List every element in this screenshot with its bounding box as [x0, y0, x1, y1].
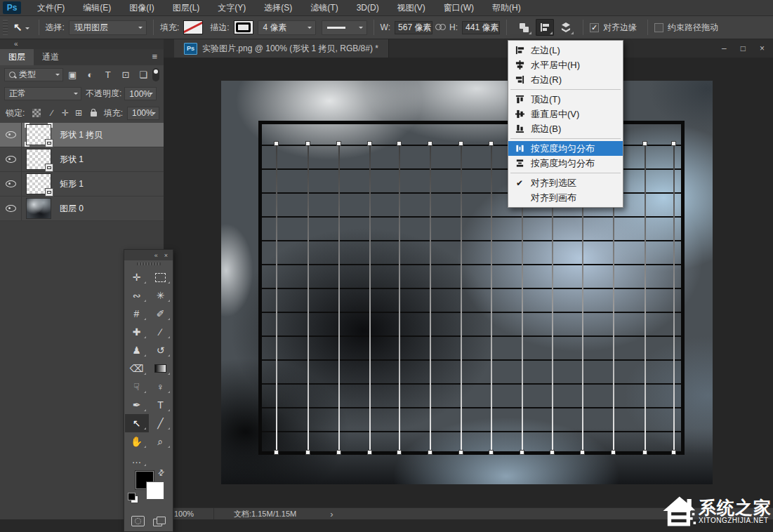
tab-channels[interactable]: 通道	[34, 49, 67, 65]
anchor-point[interactable]	[336, 450, 341, 455]
maximize-button[interactable]: □	[741, 44, 746, 53]
anchor-point[interactable]	[397, 141, 402, 146]
menu-item-3[interactable]: 图层(L)	[164, 0, 209, 15]
menu-item-1[interactable]: 编辑(E)	[74, 0, 120, 15]
anchor-point[interactable]	[428, 141, 432, 146]
anchor-point[interactable]	[274, 450, 279, 455]
close-panel-icon[interactable]: ×	[164, 252, 168, 259]
filter-adjustment-layers-icon[interactable]: ◐	[81, 69, 98, 80]
filter-pixel-layers-icon[interactable]: ▣	[64, 69, 81, 80]
anchor-point[interactable]	[458, 450, 463, 455]
move-tool[interactable]: ✛	[125, 268, 149, 286]
dodge-tool[interactable]: ♀	[149, 378, 173, 396]
anchor-point[interactable]	[642, 450, 647, 455]
close-button[interactable]: ×	[760, 44, 765, 53]
eraser-tool[interactable]: ⌫	[125, 359, 149, 378]
zoom-tool[interactable]: ⌕	[149, 432, 173, 451]
filter-type-layers-icon[interactable]: T	[100, 69, 117, 80]
anchor-point[interactable]	[671, 450, 676, 455]
eyedropper-tool[interactable]: ✐	[149, 305, 173, 323]
dropdown-item-1[interactable]: 水平居中(H)	[508, 58, 623, 72]
canvas-viewport[interactable]	[164, 58, 773, 508]
background-color-swatch[interactable]	[146, 481, 164, 500]
dropdown-item-12[interactable]: 对齐到画布	[508, 190, 623, 205]
filter-toggle[interactable]	[152, 68, 159, 81]
lock-transparency-icon[interactable]	[32, 109, 41, 117]
visibility-cell[interactable]	[0, 197, 22, 220]
anchor-point[interactable]	[367, 141, 372, 146]
smudge-tool[interactable]: ☟	[125, 378, 149, 396]
anchor-point[interactable]	[458, 141, 463, 146]
height-input[interactable]: 441 像素	[462, 21, 500, 34]
path-arrangement-button[interactable]	[557, 19, 575, 36]
lock-artboard-icon[interactable]: ⊞	[73, 108, 85, 118]
anchor-point[interactable]	[305, 141, 310, 146]
path-operations-button[interactable]	[515, 19, 533, 36]
menu-item-4[interactable]: 文字(Y)	[209, 0, 255, 15]
anchor-point[interactable]	[489, 450, 494, 455]
quick-mask-button[interactable]	[131, 516, 145, 526]
dropdown-item-0[interactable]: 左边(L)	[508, 43, 623, 58]
anchor-point[interactable]	[611, 450, 616, 455]
menu-item-8[interactable]: 视图(V)	[388, 0, 435, 15]
marquee-tool[interactable]	[149, 268, 173, 286]
healing-brush-tool[interactable]: ✚	[125, 323, 149, 341]
layer-row[interactable]: 图层 0	[0, 197, 164, 221]
width-input[interactable]: 567 像素	[395, 21, 432, 34]
collapse-panel-icon[interactable]: «	[154, 252, 158, 259]
anchor-point[interactable]	[489, 141, 494, 146]
fill-swatch[interactable]	[183, 20, 203, 34]
anchor-point[interactable]	[520, 450, 524, 455]
line-tool[interactable]: ╱	[149, 414, 173, 432]
lasso-tool[interactable]: ∾	[125, 286, 149, 305]
layer-row[interactable]: 形状 1	[0, 147, 164, 172]
anchor-point[interactable]	[642, 141, 647, 146]
menu-item-2[interactable]: 图像(I)	[120, 0, 163, 15]
dropdown-item-6[interactable]: 底边(B)	[508, 121, 623, 136]
menu-item-10[interactable]: 帮助(H)	[483, 0, 530, 15]
brush-tool[interactable]: ∕	[149, 323, 173, 341]
filter-shape-layers-icon[interactable]: ⊡	[117, 69, 134, 80]
options-grip[interactable]	[3, 20, 8, 35]
swap-colors-icon[interactable]: ⇄	[156, 467, 167, 479]
anchor-point[interactable]	[580, 450, 585, 455]
anchor-point[interactable]	[428, 450, 432, 455]
screen-mode-button[interactable]	[153, 517, 166, 526]
status-chevron-icon[interactable]: ›	[330, 509, 333, 519]
pen-tool[interactable]: ✒	[125, 396, 149, 414]
filter-type-dropdown[interactable]: 类型	[4, 68, 63, 81]
panel-grip[interactable]	[124, 260, 173, 267]
menu-item-7[interactable]: 3D(D)	[348, 0, 388, 15]
panel-menu-icon[interactable]: ≡	[152, 51, 157, 62]
gradient-tool[interactable]	[149, 359, 173, 378]
anchor-point[interactable]	[671, 141, 676, 146]
layer-row[interactable]: 矩形 1	[0, 172, 164, 197]
visibility-cell[interactable]	[0, 172, 22, 196]
document-tab[interactable]: Ps 实验图片.png @ 100% (形状 1 拷贝, RGB/8#) *	[174, 39, 389, 58]
clone-stamp-tool[interactable]: ♟	[125, 341, 149, 359]
anchor-point[interactable]	[336, 141, 341, 146]
visibility-cell[interactable]	[0, 123, 22, 147]
opacity-dropdown[interactable]: 100%	[124, 87, 157, 100]
canvas-image[interactable]	[221, 81, 713, 484]
edit-toolbar[interactable]: …	[125, 451, 149, 469]
hand-tool[interactable]: ✋	[125, 432, 149, 451]
dropdown-item-9[interactable]: 按高度均匀分布	[508, 156, 623, 171]
align-edges-checkbox[interactable]	[590, 23, 599, 32]
lock-pixels-icon[interactable]: ∕	[46, 108, 58, 118]
path-selection-tool[interactable]: ↖	[125, 414, 149, 432]
select-mode-dropdown[interactable]: 现用图层	[69, 20, 147, 35]
history-brush-tool[interactable]: ↺	[149, 341, 173, 359]
anchor-point[interactable]	[397, 450, 402, 455]
lock-all-icon[interactable]	[91, 112, 97, 117]
blend-mode-dropdown[interactable]: 正常	[4, 87, 81, 100]
menu-item-6[interactable]: 滤镜(T)	[301, 0, 347, 15]
anchor-point[interactable]	[274, 141, 279, 146]
app-logo[interactable]: Ps	[3, 1, 21, 14]
dropdown-item-8[interactable]: 按宽度均匀分布	[508, 141, 623, 156]
dropdown-item-4[interactable]: 顶边(T)	[508, 92, 623, 107]
path-alignment-button[interactable]	[536, 19, 554, 36]
dropdown-item-11[interactable]: ✔对齐到选区	[508, 175, 623, 190]
stroke-width-dropdown[interactable]: 4 像素	[258, 20, 316, 35]
current-tool-button[interactable]: ↖	[11, 21, 32, 34]
